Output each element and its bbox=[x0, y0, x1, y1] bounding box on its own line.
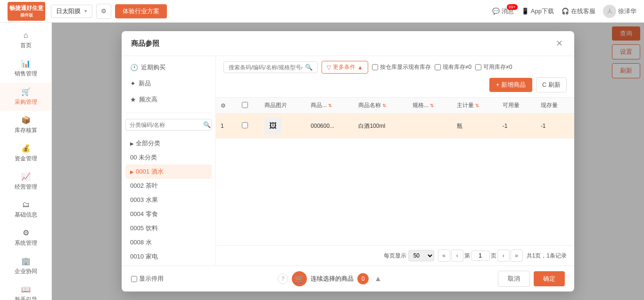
recent-label: 近期购买 bbox=[141, 63, 165, 72]
category-0001[interactable]: ▶ 0001 酒水 bbox=[125, 165, 212, 179]
next-page-button[interactable]: › bbox=[497, 250, 510, 262]
sidebar-item-home[interactable]: ⌂ 首页 bbox=[0, 26, 51, 54]
more-filters-button[interactable]: ▽ 更多条件 ▲ bbox=[322, 61, 368, 74]
category-0003[interactable]: 0003 水果 bbox=[125, 193, 212, 207]
prev-page-button[interactable]: ‹ bbox=[451, 250, 463, 262]
logo-line2: 插件版 bbox=[20, 12, 33, 18]
total-info: 共1页，1条记录 bbox=[527, 252, 567, 260]
sidebar-label-guide: 新手引导 bbox=[15, 296, 37, 300]
sort-name-icon[interactable]: ⇅ bbox=[382, 103, 386, 108]
category-search-icon[interactable]: 🔍 bbox=[203, 121, 211, 128]
sidebar-item-sales[interactable]: 📊 销售管理 bbox=[0, 54, 51, 83]
sort-spec-icon[interactable]: ⇅ bbox=[430, 103, 434, 108]
add-product-button[interactable]: + 新增商品 bbox=[489, 78, 532, 92]
sidebar-label-home: 首页 bbox=[20, 42, 32, 50]
sidebar-item-guide[interactable]: 📖 新手引导 bbox=[0, 280, 51, 300]
category-0010[interactable]: 0010 家电 bbox=[125, 250, 212, 264]
warehouse-label: 按仓库显示现有库存 bbox=[380, 63, 431, 71]
col-unit-label: 主计量 bbox=[457, 101, 474, 109]
per-page-select[interactable]: 50 20 100 bbox=[408, 250, 434, 261]
category-all[interactable]: ▶ 全部分类 bbox=[125, 136, 212, 150]
page-size-selector: 每页显示 50 20 100 bbox=[384, 250, 434, 261]
available-nonzero-filter[interactable]: 可用库存≠0 bbox=[475, 63, 512, 71]
category-all-label: 全部分类 bbox=[136, 139, 160, 148]
category-0004[interactable]: 0004 零食 bbox=[125, 207, 212, 221]
col-image: 商品图片 bbox=[260, 98, 306, 114]
category-0008[interactable]: 0008 水 bbox=[125, 235, 212, 250]
product-table-container: ⚙ 商品图片 商品... ⇅ bbox=[216, 97, 574, 245]
warehouse-display-filter[interactable]: 按仓库显示现有库存 bbox=[372, 63, 431, 71]
stock-nonzero-filter[interactable]: 现有库存≠0 bbox=[435, 63, 471, 71]
help-icon[interactable]: ? bbox=[278, 274, 288, 284]
col-available-label: 可用量 bbox=[503, 102, 520, 108]
page-suffix: 页 bbox=[491, 252, 496, 260]
category-0005[interactable]: 0005 饮料 bbox=[125, 221, 212, 235]
navbar: 畅捷通好生意 插件版 日太阳膜 ▾ ⚙ 体验行业方案 💬 消息 99+ 📱 Ap… bbox=[0, 0, 644, 23]
frequent-icon: ★ bbox=[130, 96, 136, 103]
footer-right: 取消 确定 bbox=[498, 271, 565, 287]
col-settings[interactable]: ⚙ bbox=[216, 98, 237, 114]
product-search-icon[interactable]: 🔍 bbox=[305, 64, 313, 71]
table-header: ⚙ 商品图片 商品... ⇅ bbox=[216, 98, 574, 114]
sidebar-item-inventory[interactable]: 📦 库存核算 bbox=[0, 111, 51, 139]
username-label: 徐泽华 bbox=[618, 7, 636, 16]
trial-button[interactable]: 体验行业方案 bbox=[115, 4, 167, 18]
category-0005-label: 0005 饮料 bbox=[130, 224, 158, 233]
online-service-nav-item[interactable]: 🎧 在线客服 bbox=[561, 7, 595, 16]
filter-label: 更多条件 bbox=[333, 63, 355, 71]
show-disabled-checkbox[interactable] bbox=[131, 276, 137, 282]
sidebar-item-purchase[interactable]: 🛒 采购管理 bbox=[0, 83, 51, 111]
sidebar-nav-frequent[interactable]: ★ 频次高 bbox=[125, 92, 212, 107]
sidebar-nav-new[interactable]: ✦ 新品 bbox=[125, 76, 212, 91]
category-0002[interactable]: 0002 茶叶 bbox=[125, 179, 212, 193]
category-00[interactable]: 00 未分类 bbox=[125, 150, 212, 165]
collapse-footer-button[interactable]: ▲ bbox=[372, 273, 384, 284]
settings-icon[interactable]: ⚙ bbox=[96, 4, 111, 19]
user-nav-item[interactable]: 人 徐泽华 bbox=[603, 5, 636, 18]
sidebar-label-system: 系统管理 bbox=[15, 239, 37, 247]
sidebar-item-basic[interactable]: 🗂 基础信息 bbox=[0, 196, 51, 224]
first-page-button[interactable]: « bbox=[438, 250, 450, 262]
product-reference-modal: 商品参照 ✕ 🕐 近期购买 ✦ 新 bbox=[122, 31, 574, 292]
col-name-label: 商品名称 bbox=[358, 101, 381, 109]
last-page-button[interactable]: » bbox=[511, 250, 523, 262]
app-download-nav-item[interactable]: 📱 App下载 bbox=[521, 7, 554, 16]
modal-sidebar-nav: 🕐 近期购买 ✦ 新品 ★ 频次高 bbox=[122, 56, 215, 111]
recent-icon: 🕐 bbox=[130, 64, 138, 71]
modal-main: 🔍 ▽ 更多条件 ▲ 按仓库显示现有库存 bbox=[216, 56, 574, 266]
operations-icon: 📈 bbox=[21, 172, 31, 181]
category-search-input[interactable] bbox=[130, 122, 200, 128]
confirm-button[interactable]: 确定 bbox=[534, 271, 565, 286]
sort-code-icon[interactable]: ⇅ bbox=[328, 103, 332, 108]
warehouse-checkbox[interactable] bbox=[372, 64, 378, 70]
category-list: ▶ 全部分类 00 未分类 ▶ 0001 酒水 0002 茶 bbox=[122, 134, 215, 266]
row-checkbox[interactable] bbox=[242, 122, 248, 128]
col-spec: 规格... ⇅ bbox=[408, 98, 452, 114]
table-row[interactable]: 1 🖼 000600... 白酒100ml 瓶 bbox=[216, 114, 574, 139]
product-search-input[interactable] bbox=[229, 64, 302, 71]
messages-nav-item[interactable]: 💬 消息 99+ bbox=[492, 7, 514, 16]
sidebar-item-operations[interactable]: 📈 经营管理 bbox=[0, 167, 51, 196]
category-0002-label: 0002 茶叶 bbox=[130, 182, 158, 190]
sidebar-item-enterprise[interactable]: 🏢 企业协同 bbox=[0, 252, 51, 280]
modal-close-button[interactable]: ✕ bbox=[553, 38, 565, 49]
sidebar: ⌂ 首页 📊 销售管理 🛒 采购管理 📦 库存核算 💰 资金管理 📈 经营管理 … bbox=[0, 23, 52, 300]
store-name: 日太阳膜 bbox=[56, 7, 81, 16]
finance-icon: 💰 bbox=[21, 144, 31, 153]
sort-unit-icon[interactable]: ⇅ bbox=[475, 103, 479, 108]
sidebar-item-finance[interactable]: 💰 资金管理 bbox=[0, 139, 51, 167]
available-nonzero-checkbox[interactable] bbox=[475, 64, 481, 70]
category-0008-label: 0008 水 bbox=[130, 238, 152, 247]
avatar: 人 bbox=[603, 5, 616, 18]
cancel-button[interactable]: 取消 bbox=[498, 271, 530, 287]
show-disabled-label[interactable]: 显示停用 bbox=[131, 275, 164, 283]
store-selector[interactable]: 日太阳膜 ▾ bbox=[51, 5, 92, 18]
page-number-input[interactable] bbox=[471, 250, 490, 261]
refresh-button[interactable]: C 刷新 bbox=[536, 77, 567, 92]
cart-icon[interactable]: 🛒 bbox=[292, 271, 307, 286]
stock-nonzero-checkbox[interactable] bbox=[435, 64, 441, 70]
sidebar-item-system[interactable]: ⚙ 系统管理 bbox=[0, 224, 51, 252]
messages-badge: 99+ bbox=[507, 4, 518, 10]
select-all-checkbox[interactable] bbox=[242, 102, 248, 108]
sidebar-nav-recent[interactable]: 🕐 近期购买 bbox=[125, 60, 212, 75]
